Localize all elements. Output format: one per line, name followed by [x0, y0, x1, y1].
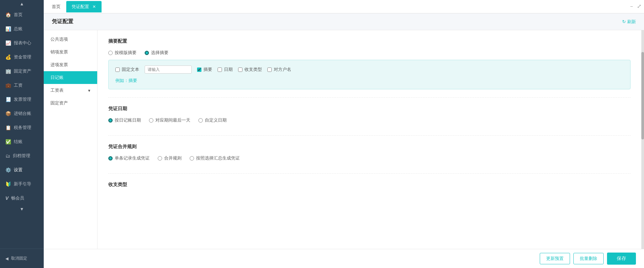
guide-icon: 🔰	[5, 181, 11, 187]
settings-icon: ⚙️	[5, 167, 11, 173]
summary-checkboxes-row: 固定文本 摘要 日期	[115, 65, 623, 74]
left-nav: 公共选项 销项发票 进项发票 日记账 工资表 ▾ 固定资产	[44, 30, 98, 249]
merge-rule-radio[interactable]: 合并规则	[158, 155, 182, 161]
save-button[interactable]: 保存	[607, 253, 636, 265]
page-title: 凭证配置	[52, 18, 73, 25]
archive-icon: 🗂	[5, 153, 10, 159]
sidebar-item-inventory[interactable]: 📦 进销台账	[0, 106, 44, 121]
single-record-radio[interactable]: 单条记录生成凭证	[108, 155, 150, 161]
reports-icon: 📈	[5, 40, 11, 46]
member-icon: V	[5, 195, 8, 201]
sidebar-item-member[interactable]: V 畅会员	[0, 191, 44, 205]
minimize-icon[interactable]: －	[629, 3, 634, 10]
sidebar-item-guide[interactable]: 🔰 新手引导	[0, 177, 44, 191]
refresh-button[interactable]: ↻ 刷新	[622, 19, 636, 25]
bottom-bar: 更新预置 批量删除 保存	[44, 249, 644, 268]
content-wrapper: 凭证配置 ↻ 刷新 公共选项 销项发票 进项发票 日记账	[44, 13, 644, 268]
sidebar-item-invoice-mgmt[interactable]: 🧾 发票管理	[0, 92, 44, 106]
select-summary-radio[interactable]: 按照选择汇总生成凭证	[190, 155, 240, 161]
salary-icon: 💼	[5, 83, 11, 88]
by-journal-date-radio[interactable]: 按日记账日期	[108, 117, 141, 123]
tab-voucher-config[interactable]: 凭证配置 ✕	[66, 1, 102, 12]
page-header: 凭证配置 ↻ 刷新	[44, 13, 644, 30]
inventory-icon: 📦	[5, 111, 11, 116]
tab-bar-actions: － ⤢	[629, 3, 641, 10]
body-area: 公共选项 销项发票 进项发票 日记账 工资表 ▾ 固定资产	[44, 30, 644, 249]
settlement-icon: ✅	[5, 139, 11, 144]
sidebar-item-salary[interactable]: 💼 工资	[0, 78, 44, 92]
custom-date-radio[interactable]: 自定义日期	[198, 117, 227, 123]
abstract-checkbox[interactable]: 摘要	[197, 66, 212, 73]
refresh-icon: ↻	[622, 19, 626, 24]
left-nav-journal[interactable]: 日记账	[44, 71, 97, 84]
income-expense-title: 收支类型	[108, 182, 631, 188]
left-nav-sales-invoice[interactable]: 销项发票	[44, 46, 97, 58]
tab-close-button[interactable]: ✕	[92, 4, 96, 9]
invoice-mgmt-icon: 🧾	[5, 97, 11, 102]
sidebar-item-assets[interactable]: 🏢 固定资产	[0, 64, 44, 78]
summary-mode-radio-group: 按模版摘要 选择摘要	[108, 50, 631, 56]
sidebar: ▲ 🏠 首页 📊 总账 📈 报表中心 💰 资金管理 🏢 固定资产 💼 工资 🧾 …	[0, 0, 44, 268]
pin-icon: ◀	[5, 256, 8, 261]
template-mode-radio[interactable]: 按模版摘要	[108, 50, 137, 56]
tax-icon: 📋	[5, 125, 11, 130]
sidebar-item-settings[interactable]: ⚙️ 设置	[0, 163, 44, 177]
sidebar-item-home[interactable]: 🏠 首页	[0, 8, 44, 22]
unpin-sidebar-button[interactable]: ◀ 取消固定	[0, 252, 44, 265]
merge-rule-radio-group: 单条记录生成凭证 合并规则 按照选择汇总生成凭证	[108, 155, 631, 161]
sidebar-item-settlement[interactable]: ✅ 结账	[0, 135, 44, 149]
tab-home[interactable]: 首页	[46, 1, 66, 12]
fixed-text-checkbox[interactable]: 固定文本	[115, 66, 139, 73]
sidebar-item-reports[interactable]: 📈 报表中心	[0, 36, 44, 50]
voucher-date-title: 凭证日期	[108, 106, 631, 112]
voucher-date-radio-group: 按日记账日期 对应期间最后一天 自定义日期	[108, 117, 631, 123]
tab-bar: 首页 凭证配置 ✕ － ⤢	[44, 0, 644, 13]
scroll-bar[interactable]	[641, 30, 644, 249]
summary-options-box: 固定文本 摘要 日期	[108, 60, 631, 89]
home-icon: 🏠	[5, 12, 11, 17]
fixed-text-input[interactable]	[145, 65, 192, 74]
assets-icon: 🏢	[5, 69, 11, 74]
sidebar-item-funds[interactable]: 💰 资金管理	[0, 50, 44, 64]
summary-config-section: 摘要配置 按模版摘要 选择摘要	[108, 38, 631, 98]
sidebar-scroll-up[interactable]: ▲	[0, 0, 44, 8]
last-period-day-radio[interactable]: 对应期间最后一天	[149, 117, 190, 123]
select-mode-radio[interactable]: 选择摘要	[145, 50, 168, 56]
funds-icon: 💰	[5, 54, 11, 60]
sidebar-item-tax[interactable]: 📋 税务管理	[0, 121, 44, 135]
counterpart-name-checkbox[interactable]: 对方户名	[267, 66, 291, 73]
sidebar-item-ledger[interactable]: 📊 总账	[0, 22, 44, 36]
ledger-icon: 📊	[5, 26, 11, 32]
summary-config-title: 摘要配置	[108, 38, 631, 44]
left-nav-fixed-assets[interactable]: 固定资产	[44, 97, 97, 109]
left-nav-payroll-table[interactable]: 工资表 ▾	[44, 84, 97, 97]
scroll-thumb[interactable]	[641, 52, 644, 139]
main-area: 首页 凭证配置 ✕ － ⤢ 凭证配置 ↻ 刷新 公共选项	[44, 0, 644, 268]
merge-rule-title: 凭证合并规则	[108, 144, 631, 150]
summary-preview: 例如：摘要	[115, 78, 623, 84]
chevron-down-icon: ▾	[88, 88, 90, 93]
maximize-icon[interactable]: ⤢	[637, 3, 641, 10]
date-checkbox[interactable]: 日期	[218, 66, 233, 73]
left-nav-public-options[interactable]: 公共选项	[44, 33, 97, 46]
batch-delete-button[interactable]: 批量删除	[573, 253, 604, 264]
sidebar-item-archive[interactable]: 🗂 归档管理	[0, 149, 44, 163]
sidebar-scroll-down[interactable]: ▼	[0, 205, 44, 213]
update-preview-button[interactable]: 更新预置	[540, 253, 570, 264]
right-content: 摘要配置 按模版摘要 选择摘要	[98, 30, 641, 249]
voucher-date-section: 凭证日期 按日记账日期 对应期间最后一天 自定义日期	[108, 106, 631, 136]
income-expense-section: 收支类型	[108, 182, 631, 201]
income-type-checkbox[interactable]: 收支类型	[238, 66, 262, 73]
merge-rule-section: 凭证合并规则 单条记录生成凭证 合并规则 按照选择汇总生成凭证	[108, 144, 631, 174]
left-nav-purchase-invoice[interactable]: 进项发票	[44, 58, 97, 71]
